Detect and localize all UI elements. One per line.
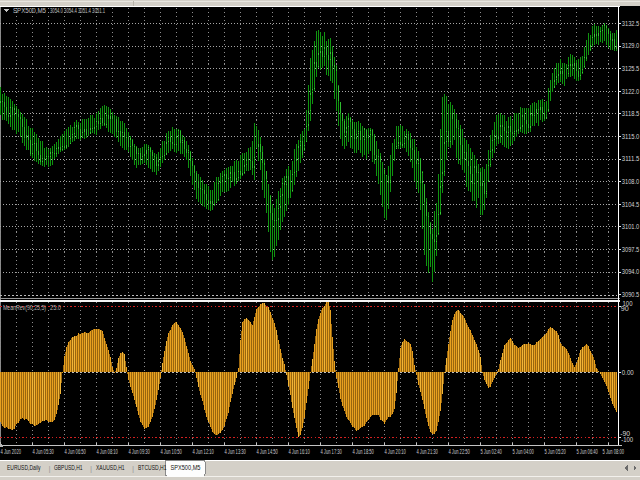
svg-text:4 Jun 20:10: 4 Jun 20:10 (384, 448, 406, 455)
svg-text:3129.0: 3129.0 (622, 42, 640, 49)
svg-text:0.00: 0.00 (622, 369, 634, 376)
svg-text:4 Jun 17:30: 4 Jun 17:30 (320, 448, 342, 455)
svg-text:|: | (132, 464, 134, 473)
svg-text:5 Jun 05:20: 5 Jun 05:20 (544, 448, 566, 455)
svg-text:25.0: 25.0 (50, 304, 61, 311)
svg-text:4 Jun 22:50: 4 Jun 22:50 (448, 448, 470, 455)
svg-text:5 Jun 08:00: 5 Jun 08:00 (603, 448, 625, 455)
svg-text:3115.0: 3115.0 (622, 133, 640, 140)
svg-text:3111.5: 3111.5 (622, 155, 640, 162)
svg-text:|: | (90, 464, 92, 473)
svg-text:3097.5: 3097.5 (622, 246, 640, 253)
svg-text:4 Jun 08:10: 4 Jun 08:10 (96, 448, 118, 455)
svg-text:4 Jun 06:50: 4 Jun 06:50 (64, 448, 86, 455)
svg-text:3104.5: 3104.5 (622, 201, 640, 208)
svg-text:BTCUSD,H1: BTCUSD,H1 (138, 464, 167, 471)
svg-text:4 Jun 12:10: 4 Jun 12:10 (192, 448, 214, 455)
svg-text:5 Jun 06:40: 5 Jun 06:40 (576, 448, 598, 455)
svg-text:5 Jun 04:00: 5 Jun 04:00 (512, 448, 534, 455)
svg-text:3101.0: 3101.0 (622, 223, 640, 230)
svg-text:4 Jun 05:30: 4 Jun 05:30 (32, 448, 54, 455)
svg-text:4 Jun 16:10: 4 Jun 16:10 (288, 448, 310, 455)
svg-text:3118.5: 3118.5 (622, 110, 640, 117)
svg-text:SPX500,M5: SPX500,M5 (13, 7, 46, 14)
svg-text:EURUSD,Daily: EURUSD,Daily (7, 464, 41, 472)
svg-text:4 Jun 09:30: 4 Jun 09:30 (128, 448, 150, 455)
svg-text:XAUUSD,H1: XAUUSD,H1 (96, 464, 125, 471)
svg-text:3054.0 3054.4 3051.4 3051.1: 3054.0 3054.4 3051.4 3051.1 (50, 7, 105, 14)
svg-text:4 Jun 18:50: 4 Jun 18:50 (352, 448, 374, 455)
svg-text:3090.5: 3090.5 (622, 291, 640, 298)
svg-text:3108.0: 3108.0 (622, 178, 640, 185)
svg-text:3122.0: 3122.0 (622, 88, 640, 95)
svg-text:3132.5: 3132.5 (622, 20, 640, 27)
svg-text:5 Jun 02:40: 5 Jun 02:40 (480, 448, 502, 455)
svg-text:MeanRev(90,25,5): MeanRev(90,25,5) (3, 304, 46, 312)
svg-text:3125.5: 3125.5 (622, 65, 640, 72)
svg-text:4 Jun 10:50: 4 Jun 10:50 (160, 448, 182, 455)
svg-text:4 Jun 13:30: 4 Jun 13:30 (224, 448, 246, 455)
svg-text:4 Jun 14:50: 4 Jun 14:50 (256, 448, 278, 455)
svg-text:4 Jun 21:30: 4 Jun 21:30 (416, 448, 438, 455)
svg-text:4 Jun 2020: 4 Jun 2020 (1, 448, 22, 455)
svg-text:3094.0: 3094.0 (622, 268, 640, 275)
svg-text:90: 90 (621, 305, 629, 312)
svg-text:SPX500,M5: SPX500,M5 (171, 464, 201, 471)
svg-text:GBPUSD,H1: GBPUSD,H1 (54, 464, 83, 471)
svg-text:|: | (49, 464, 51, 473)
svg-text:-100: -100 (621, 436, 633, 443)
